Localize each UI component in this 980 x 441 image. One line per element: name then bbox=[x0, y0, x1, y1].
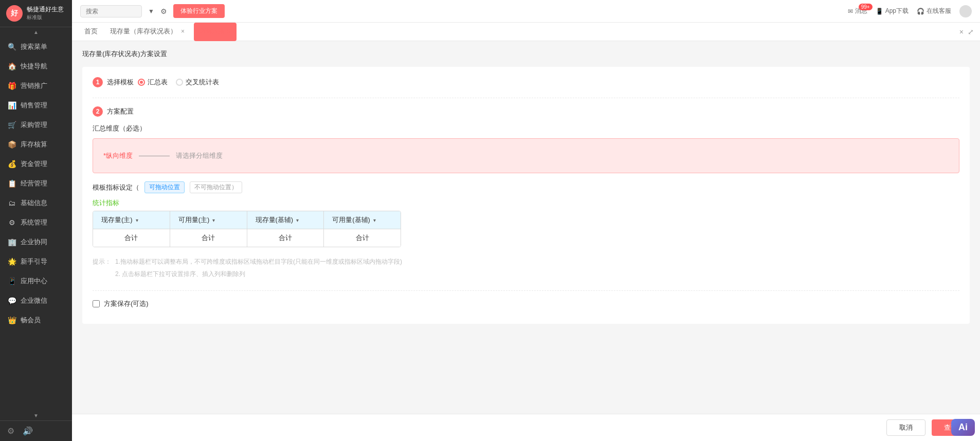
sidebar-item-purchase[interactable]: 🛒 采购管理 bbox=[0, 115, 72, 135]
messages-btn[interactable]: ✉ 消息 99+ bbox=[848, 7, 867, 15]
ai-badge[interactable]: Ai bbox=[951, 419, 975, 436]
no-drag-badge: 不可拖动位置） bbox=[190, 181, 242, 193]
user-avatar[interactable] bbox=[959, 5, 972, 17]
stats-col-available-main[interactable]: 可用量(主) ▾ bbox=[170, 211, 247, 229]
sidebar-item-newbie[interactable]: 🌟 新手引导 bbox=[0, 252, 72, 271]
app-download-btn[interactable]: 📱 App下载 bbox=[876, 7, 909, 15]
page-content: 现存量(库存状况表)方案设置 1 选择模板 汇总表 交叉统计表 bbox=[72, 41, 980, 414]
col-available-main-chevron[interactable]: ▾ bbox=[212, 217, 215, 223]
download-icon: 📱 bbox=[876, 8, 883, 15]
step1-badge: 1 bbox=[93, 77, 103, 87]
member-icon: 👑 bbox=[7, 316, 16, 325]
sidebar-sound-icon[interactable]: 🔊 bbox=[23, 426, 33, 436]
sidebar-item-label: 企业协同 bbox=[21, 237, 47, 247]
col-inventory-main-chevron[interactable]: ▾ bbox=[136, 217, 138, 223]
tab-new-label: 新建方案 bbox=[200, 27, 225, 35]
marketing-icon: 🎁 bbox=[7, 81, 16, 90]
sidebar-item-enterprise[interactable]: 🏢 企业协同 bbox=[0, 232, 72, 252]
window-close-icon[interactable]: × bbox=[959, 28, 964, 36]
experience-btn[interactable]: 体验行业方案 bbox=[173, 4, 225, 18]
tip2: 提示： 2. 点击标题栏下拉可设置排序、插入列和删除列 bbox=[93, 268, 959, 280]
stats-col-inventory-main[interactable]: 现存量(主) ▾ bbox=[93, 211, 170, 229]
header-settings-icon[interactable]: ⚙ bbox=[160, 7, 167, 15]
tip1-text: 1.拖动标题栏可以调整布局，不可跨维度或指标区域拖动栏目字段(只能在同一维度或指… bbox=[115, 255, 402, 268]
sidebar-item-quick-nav[interactable]: 🏠 快捷导航 bbox=[0, 57, 72, 76]
operation-icon: 📋 bbox=[7, 179, 16, 188]
radio-summary[interactable]: 汇总表 bbox=[138, 78, 168, 87]
step2-header: 2 方案配置 bbox=[93, 106, 959, 117]
app-center-icon: 📱 bbox=[7, 277, 16, 286]
sidebar-item-wechat[interactable]: 💬 企业微信 bbox=[0, 291, 72, 310]
header-dropdown-icon[interactable]: ▼ bbox=[148, 8, 154, 15]
page-title: 现存量(库存状况表)方案设置 bbox=[82, 49, 970, 59]
sidebar-settings-icon[interactable]: ⚙ bbox=[7, 426, 14, 436]
sidebar-item-inventory[interactable]: 📦 库存核算 bbox=[0, 135, 72, 154]
window-expand-icon[interactable]: ⤢ bbox=[968, 28, 974, 36]
sidebar-item-sales[interactable]: 📊 销售管理 bbox=[0, 96, 72, 115]
cell-inventory-main-summary: 合计 bbox=[93, 229, 170, 247]
tips-section: 提示： 1.拖动标题栏可以调整布局，不可跨维度或指标区域拖动栏目字段(只能在同一… bbox=[93, 255, 959, 280]
sales-icon: 📊 bbox=[7, 101, 16, 110]
sidebar-item-system[interactable]: ⚙ 系统管理 bbox=[0, 213, 72, 232]
stats-col-inventory-aux[interactable]: 现存量(基辅) ▾ bbox=[247, 211, 324, 229]
search-menu-icon: 🔍 bbox=[7, 42, 16, 51]
dimension-required-label: *纵向维度 bbox=[103, 151, 133, 160]
radio-cross[interactable]: 交叉统计表 bbox=[176, 78, 219, 87]
sidebar-scroll-down[interactable]: ▼ bbox=[0, 411, 72, 420]
tab-home-label: 首页 bbox=[84, 27, 98, 36]
tab-inventory-label: 现存量（库存状况表） bbox=[110, 27, 177, 36]
sidebar-item-operation[interactable]: 📋 经营管理 bbox=[0, 174, 72, 193]
app-name-block: 畅捷通好生意 标准版 bbox=[27, 6, 64, 21]
footer: 取消 查询 bbox=[72, 414, 980, 441]
col-available-main-label: 可用量(主) bbox=[178, 215, 210, 225]
tab-new-scheme[interactable]: 新建方案 × bbox=[194, 23, 237, 41]
sidebar-item-finance[interactable]: 💰 资金管理 bbox=[0, 154, 72, 174]
window-controls: × ⤢ bbox=[959, 28, 974, 36]
sidebar-item-marketing[interactable]: 🎁 营销推广 bbox=[0, 76, 72, 96]
inventory-icon: 📦 bbox=[7, 140, 16, 149]
tab-new-close-icon[interactable]: × bbox=[227, 28, 230, 35]
stats-section: 统计指标 现存量(主) ▾ 可用量(主) ▾ bbox=[93, 198, 959, 247]
tab-inventory-status[interactable]: 现存量（库存状况表） × bbox=[104, 23, 192, 41]
col-available-aux-chevron[interactable]: ▾ bbox=[373, 217, 376, 223]
cell-available-aux-summary: 合计 bbox=[324, 229, 401, 247]
template-settings-label: 模板指标设定（ bbox=[93, 183, 139, 192]
sidebar-nav: 🔍 搜索菜单 🏠 快捷导航 🎁 营销推广 📊 销售管理 🛒 采购管理 📦 库存核… bbox=[0, 37, 72, 411]
tabs-bar: 首页 现存量（库存状况表） × 新建方案 × × ⤢ bbox=[72, 23, 980, 41]
save-label: 方案保存(可选) bbox=[104, 299, 149, 308]
stats-col-available-aux[interactable]: 可用量(基辅) ▾ bbox=[324, 211, 401, 229]
sidebar-item-search-menu[interactable]: 🔍 搜索菜单 bbox=[0, 37, 72, 57]
stats-table: 现存量(主) ▾ 可用量(主) ▾ 现存量(基辅) ▾ bbox=[93, 211, 401, 247]
tab-inventory-close[interactable]: × bbox=[180, 28, 186, 35]
divider1 bbox=[93, 98, 959, 98]
stats-label: 统计指标 bbox=[93, 198, 959, 208]
save-checkbox[interactable] bbox=[93, 300, 100, 307]
online-service-btn[interactable]: 🎧 在线客服 bbox=[917, 7, 951, 15]
sidebar-item-member[interactable]: 👑 畅会员 bbox=[0, 310, 72, 330]
system-icon: ⚙ bbox=[7, 218, 16, 227]
app-download-label: App下载 bbox=[885, 7, 909, 15]
sidebar-item-label: 快捷导航 bbox=[21, 62, 47, 71]
col-inventory-aux-chevron[interactable]: ▾ bbox=[296, 217, 299, 223]
settings-card: 1 选择模板 汇总表 交叉统计表 bbox=[82, 67, 970, 324]
online-service-label: 在线客服 bbox=[927, 7, 951, 15]
tip2-text: 2. 点击标题栏下拉可设置排序、插入列和删除列 bbox=[115, 268, 245, 280]
quick-nav-icon: 🏠 bbox=[7, 62, 16, 71]
radio-summary-label: 汇总表 bbox=[148, 78, 168, 87]
sidebar-scroll-up[interactable]: ▲ bbox=[0, 27, 72, 37]
main-area: ▼ ⚙ 体验行业方案 ✉ 消息 99+ 📱 App下载 🎧 在线客服 首页 bbox=[72, 0, 980, 441]
dimension-box[interactable]: *纵向维度 请选择分组维度 bbox=[93, 138, 959, 173]
app-name: 畅捷通好生意 bbox=[27, 6, 64, 14]
search-input[interactable] bbox=[80, 5, 142, 17]
sidebar-item-basic-info[interactable]: 🗂 基础信息 bbox=[0, 193, 72, 213]
radio-cross-dot bbox=[176, 79, 183, 86]
dimension-line bbox=[139, 156, 170, 156]
radio-cross-label: 交叉统计表 bbox=[186, 78, 219, 87]
sidebar-item-label: 营销推广 bbox=[21, 81, 47, 90]
sidebar-item-app-center[interactable]: 📱 应用中心 bbox=[0, 271, 72, 291]
tab-home[interactable]: 首页 bbox=[78, 23, 104, 41]
tip1: 提示： 1.拖动标题栏可以调整布局，不可跨维度或指标区域拖动栏目字段(只能在同一… bbox=[93, 255, 959, 268]
step1-section: 1 选择模板 汇总表 交叉统计表 bbox=[93, 77, 959, 87]
cancel-button[interactable]: 取消 bbox=[886, 419, 925, 436]
messages-badge: 99+ bbox=[859, 4, 873, 10]
